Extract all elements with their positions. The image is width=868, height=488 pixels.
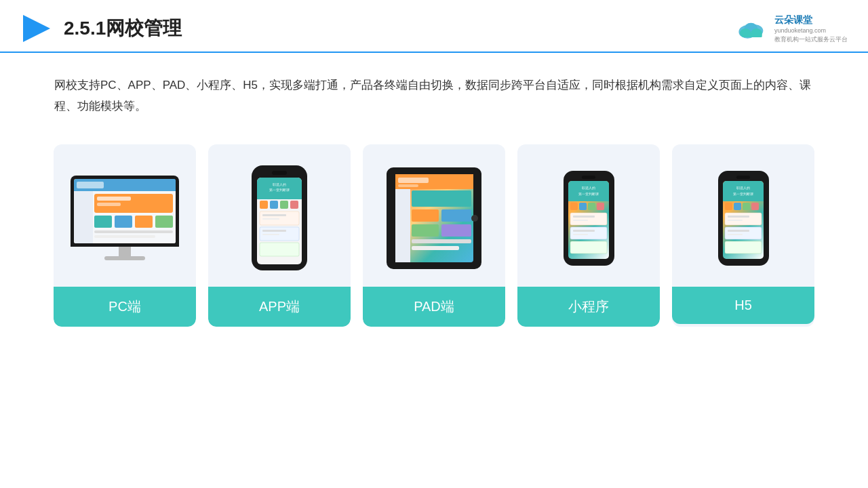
svg-rect-10 [74,191,93,243]
svg-rect-57 [573,230,595,232]
svg-text:职选人的: 职选人的 [582,186,595,190]
svg-rect-41 [412,224,439,237]
pad-mockup [387,167,481,269]
svg-rect-58 [573,234,588,235]
svg-rect-18 [94,230,173,233]
svg-rect-12 [97,197,131,201]
svg-rect-24 [270,201,278,209]
miniprogram-mockup: 职选人的 第一堂判断课 [564,171,614,266]
pc-mockup [71,176,179,260]
svg-rect-48 [570,203,578,210]
card-miniprogram-image: 职选人的 第一堂判断课 [517,144,660,287]
svg-rect-26 [290,201,298,209]
svg-rect-15 [115,216,132,228]
svg-rect-40 [441,209,471,222]
svg-rect-39 [412,209,439,222]
svg-rect-64 [743,203,750,210]
card-pad-label: PAD端 [363,287,505,327]
card-miniprogram-label: 小程序 [517,287,660,327]
svg-rect-69 [728,216,749,218]
svg-rect-33 [262,234,279,235]
svg-rect-67 [725,227,762,239]
svg-rect-51 [597,203,604,210]
svg-rect-66 [725,213,762,225]
card-h5-image: 职选人的 第一堂判断课 [672,144,814,287]
platform-cards: PC端 职选人的 第一堂判断课 [0,131,868,340]
card-app-image: 职选人的 第一堂判断课 [208,144,351,287]
h5-screen-svg: 职选人的 第一堂判断课 [723,181,764,259]
svg-rect-59 [723,181,764,201]
svg-text:第一堂判断课: 第一堂判断课 [578,192,599,196]
logo-brand-name: 云朵课堂 [774,14,848,27]
svg-rect-62 [725,203,732,210]
svg-rect-38 [412,190,471,207]
svg-rect-55 [573,216,595,218]
svg-rect-16 [135,216,153,228]
card-pad: PAD端 [363,144,505,327]
svg-rect-6 [742,33,762,38]
pc-screen-svg [74,179,176,243]
card-pc: PC端 [54,144,196,327]
svg-rect-72 [728,234,743,235]
svg-rect-43 [412,239,471,243]
svg-rect-19 [94,235,155,238]
svg-text:职选人的: 职选人的 [273,182,286,186]
svg-rect-49 [579,203,587,210]
svg-marker-0 [23,15,50,42]
logo-text: 云朵课堂 yunduoketang.com 教育机构一站式服务云平台 [774,14,848,44]
svg-rect-36 [398,184,418,187]
svg-rect-44 [412,246,459,250]
cloud-logo-icon [735,16,769,41]
card-app-label: APP端 [208,287,351,327]
svg-rect-52 [570,213,607,225]
svg-rect-42 [441,224,471,237]
svg-rect-23 [260,201,268,209]
svg-rect-25 [280,201,288,209]
app-screen-svg: 职选人的 第一堂判断课 [257,178,302,264]
header-left: 2.5.1网校管理 [20,12,182,45]
svg-rect-31 [262,218,279,220]
page-header: 2.5.1网校管理 云朵课堂 yunduoketang.com 教育机构一站式服… [0,0,868,53]
svg-rect-70 [728,220,743,221]
card-miniprogram: 职选人的 第一堂判断课 [517,144,660,327]
logo-tagline: 教育机构一站式服务云平台 [774,35,848,44]
svg-rect-71 [728,230,749,232]
svg-rect-63 [734,203,741,210]
svg-text:职选人的: 职选人的 [736,186,750,190]
card-pc-image [54,144,196,287]
svg-rect-30 [262,214,286,216]
svg-rect-45 [568,181,609,201]
card-h5-label: H5 [672,287,814,324]
svg-rect-17 [155,216,173,228]
card-pad-image [363,144,505,287]
logo-area: 云朵课堂 yunduoketang.com 教育机构一站式服务云平台 [735,14,848,44]
app-mockup: 职选人的 第一堂判断课 [252,165,307,270]
svg-rect-53 [570,227,607,239]
svg-text:第一堂判断课: 第一堂判断课 [269,188,290,192]
card-app: 职选人的 第一堂判断课 [208,144,351,327]
svg-rect-32 [262,230,286,232]
svg-rect-37 [395,189,410,262]
logo-domain: yunduoketang.com [774,26,848,35]
card-pc-label: PC端 [54,287,196,327]
card-h5: 职选人的 第一堂判断课 [672,144,814,327]
svg-rect-35 [398,178,429,183]
svg-rect-65 [751,203,759,210]
description-text: 网校支持PC、APP、PAD、小程序、H5，实现多端打通，产品各终端自由切换，数… [0,53,868,131]
svg-rect-50 [588,203,595,210]
svg-rect-14 [94,216,112,228]
svg-rect-8 [77,182,104,188]
svg-rect-29 [260,243,299,256]
description-paragraph: 网校支持PC、APP、PAD、小程序、H5，实现多端打通，产品各终端自由切换，数… [54,75,814,117]
svg-text:第一堂判断课: 第一堂判断课 [733,192,753,196]
svg-rect-56 [573,220,588,221]
svg-rect-68 [725,241,762,253]
play-icon [20,12,53,45]
page-title: 2.5.1网校管理 [64,16,182,41]
h5-mockup: 职选人的 第一堂判断课 [718,171,769,266]
pad-screen-svg [395,174,473,262]
miniprogram-screen-svg: 职选人的 第一堂判断课 [568,181,609,259]
svg-rect-13 [97,203,121,206]
svg-rect-54 [570,241,607,253]
